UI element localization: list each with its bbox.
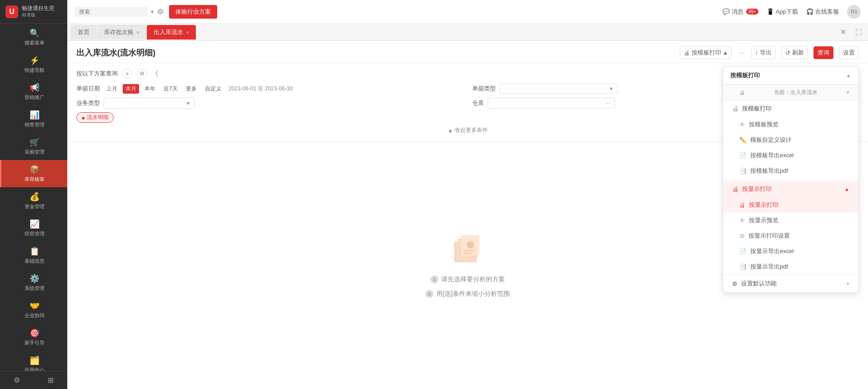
- page-header-actions: 🖨 按模板打印 ▲ ··· ↑ 导出 ↺ 刷新 查询 设置: [680, 46, 859, 59]
- tab-home[interactable]: 首页: [71, 25, 96, 40]
- export-label: 导出: [760, 49, 772, 57]
- tab-batch-account-close[interactable]: ×: [136, 30, 139, 35]
- filter-add-btn[interactable]: +: [122, 69, 132, 79]
- display-print-section-label: 按显示打印: [742, 185, 772, 193]
- print-chevron-up-icon[interactable]: ▲: [723, 50, 728, 55]
- empty-state: ① 请先选择要分析的方案 ② 用[选]条件来缩小分析范围: [425, 233, 510, 298]
- sidebar-settings-btn[interactable]: ⚙: [14, 376, 20, 384]
- display-excel-icon: 📄: [739, 248, 747, 255]
- dropdown-item-template-print[interactable]: 🖨 按模板打印: [723, 100, 858, 117]
- message-btn[interactable]: 💬 消息 99+: [723, 8, 758, 16]
- svg-rect-4: [463, 250, 474, 251]
- empty-tip-2: ② 用[选]条件来缩小分析范围: [425, 290, 510, 298]
- marketing-icon: 📢: [30, 83, 40, 93]
- dropdown-sub-template-excel[interactable]: 📄 按模板导出excel: [723, 148, 858, 163]
- dropdown-sub-display-preview[interactable]: 👁 按显示预览: [723, 213, 858, 228]
- template-excel-icon: 📄: [739, 152, 747, 159]
- sidebar-item-purchase[interactable]: 🛒 采购管理: [0, 133, 67, 160]
- dropdown-sub-template-custom[interactable]: ✏️ 模板自定义设计: [723, 132, 858, 148]
- date-field-label: 单据日期: [76, 85, 100, 93]
- sidebar-item-system[interactable]: ⚙️ 系统管理: [0, 269, 67, 296]
- filter-collapse-btn[interactable]: 《: [151, 69, 159, 79]
- dropdown-sub-display-print-action[interactable]: 🖨 按显示打印: [723, 197, 858, 213]
- set-default-label: 设置默认功能: [741, 279, 777, 288]
- search-input[interactable]: [79, 9, 134, 15]
- refresh-btn[interactable]: ↺ 刷新: [781, 46, 808, 59]
- user-avatar[interactable]: Rit: [847, 5, 861, 19]
- sidebar-item-operation[interactable]: 📈 经营管理: [0, 214, 67, 242]
- export-btn[interactable]: ↑ 导出: [751, 46, 776, 59]
- filter-settings-btn[interactable]: ⚙: [137, 69, 147, 79]
- sidebar-item-guide[interactable]: 🎯 新手引导: [0, 324, 67, 351]
- sidebar-label-finance: 资金管理: [25, 203, 45, 210]
- dropdown-sub-template-preview[interactable]: 👁 按模板预览: [723, 117, 858, 132]
- template-print-icon: 🖨: [732, 105, 738, 112]
- avatar-text: Rit: [851, 9, 858, 15]
- doc-type-select[interactable]: ▾: [499, 83, 618, 94]
- dropdown-divider: [723, 180, 858, 180]
- sidebar-item-sales[interactable]: 📊 销售管理: [0, 105, 67, 133]
- tab-inout-flow-close[interactable]: ×: [186, 30, 189, 35]
- set-default-chevron-icon: ▾: [847, 281, 849, 287]
- print-more-options-icon[interactable]: ···: [737, 48, 745, 58]
- sidebar-label-guide: 新手引导: [25, 339, 45, 346]
- refresh-icon: ↺: [785, 50, 790, 56]
- date-btn-this-month[interactable]: 本月: [123, 84, 139, 94]
- guide-icon: 🎯: [30, 328, 40, 338]
- set-default-icon: ⚙: [732, 280, 738, 287]
- display-print-settings-label: 按显示打印设置: [748, 232, 790, 240]
- sidebar-item-inventory[interactable]: 📦 库存核算: [0, 160, 67, 187]
- tabs-bar: 首页 库存批次账 × 出入库流水 × ✕ ⛶: [67, 24, 868, 41]
- query-btn[interactable]: 查询: [813, 46, 833, 59]
- sidebar-item-search[interactable]: 🔍 搜索菜单: [0, 24, 67, 51]
- settings-page-btn[interactable]: 设置: [839, 46, 859, 59]
- date-btn-more[interactable]: 更多: [183, 84, 200, 94]
- search-bar[interactable]: [75, 7, 147, 17]
- dropdown-sub-display-pdf[interactable]: 📑 按显示导出pdf: [723, 259, 858, 274]
- online-service-btn[interactable]: 🎧 在线客服: [806, 8, 839, 16]
- business-type-chevron-icon: ▾: [187, 100, 190, 106]
- date-btn-7days[interactable]: 近7天: [161, 84, 180, 94]
- tab-expand-btn[interactable]: ⛶: [853, 27, 864, 38]
- sidebar-label-purchase: 采购管理: [25, 149, 45, 155]
- dropdown-scroll-up-btn[interactable]: ▲: [846, 72, 851, 79]
- sidebar-item-quick-nav[interactable]: ⚡ 快捷导航: [0, 51, 67, 78]
- search-dropdown-btn[interactable]: ▾: [151, 9, 154, 15]
- business-type-select[interactable]: ▾: [104, 98, 195, 109]
- dropdown-sub-display-print-settings[interactable]: ⚙ 按显示打印设置: [723, 228, 858, 244]
- sidebar-item-marketing[interactable]: 📢 营销推广: [0, 78, 67, 105]
- sidebar-item-collab[interactable]: 🤝 企业协同: [0, 296, 67, 324]
- print-template-btn[interactable]: 🖨 按模板打印 ▲: [680, 46, 732, 59]
- dropdown-sub-display-excel[interactable]: 📄 按显示导出excel: [723, 244, 858, 259]
- date-btn-custom[interactable]: 自定义: [202, 84, 224, 94]
- app-download-btn[interactable]: 📱 App下载: [767, 8, 798, 16]
- sidebar-item-finance[interactable]: 💰 资金管理: [0, 187, 67, 214]
- app-name: 畅捷通好生意: [22, 5, 55, 12]
- display-excel-label: 按显示导出excel: [750, 247, 793, 255]
- message-icon: 💬: [723, 8, 730, 15]
- tab-batch-account[interactable]: 库存批次账 ×: [97, 25, 146, 40]
- settings-icon[interactable]: ⚙: [157, 7, 164, 16]
- doc-type-label: 单据类型: [472, 85, 496, 93]
- date-btn-last-month[interactable]: 上月: [104, 84, 120, 94]
- sidebar-label-collab: 企业协同: [25, 312, 45, 319]
- dropdown-item-display-print[interactable]: 🖨 按显示打印 ▲: [723, 181, 858, 197]
- collapse-label: 收起更多条件: [455, 126, 488, 134]
- tab-close-all-btn[interactable]: ✕: [838, 26, 849, 38]
- active-filter-tag[interactable]: ● 流水明细: [76, 112, 114, 123]
- sidebar-label-operation: 经营管理: [25, 230, 45, 237]
- sidebar-label-app-center: 应用中心: [25, 367, 45, 371]
- dropdown-sub-template-pdf[interactable]: 📑 按模板导出pdf: [723, 163, 858, 179]
- filter-tag-icon: ●: [81, 114, 85, 121]
- sidebar-item-basic[interactable]: 📋 基础信息: [0, 242, 67, 269]
- date-btn-this-year[interactable]: 本年: [142, 84, 158, 94]
- tab-inout-flow[interactable]: 出入库流水 ×: [147, 25, 195, 40]
- sidebar-bottom: ⚙ ⊞: [0, 371, 67, 389]
- sidebar-item-app-center[interactable]: 🗂️ 应用中心: [0, 351, 67, 371]
- warehouse-select[interactable]: ···: [488, 98, 615, 109]
- trial-btn[interactable]: 体验行业方案: [169, 5, 217, 19]
- export-icon: ↑: [755, 50, 758, 56]
- dropdown-set-default-btn[interactable]: ⚙ 设置默认功能 ▾: [723, 274, 858, 292]
- sidebar-collapse-btn[interactable]: ⊞: [48, 376, 54, 384]
- phone-icon: 📱: [767, 8, 774, 15]
